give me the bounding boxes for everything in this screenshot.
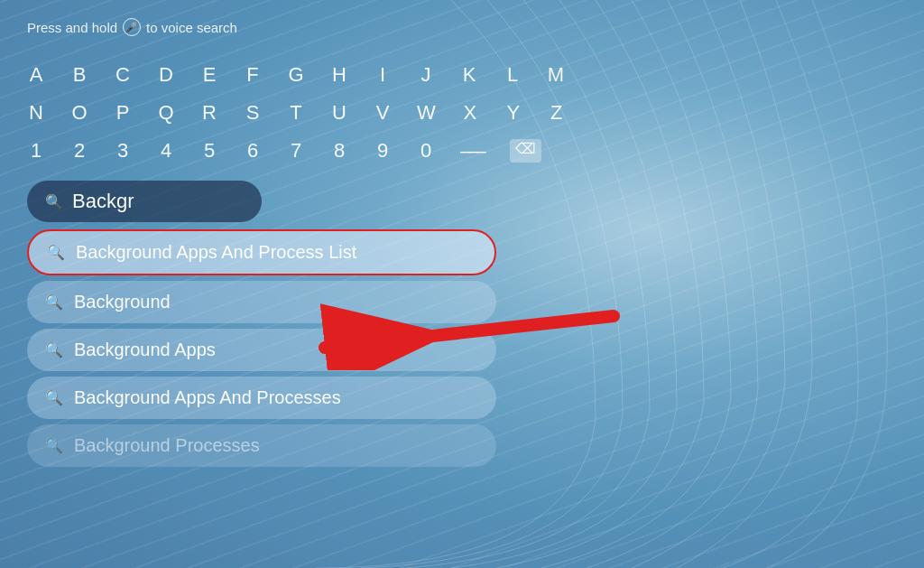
key-G[interactable]: G bbox=[287, 63, 305, 87]
key-Y[interactable]: Y bbox=[504, 101, 522, 125]
key-Q[interactable]: Q bbox=[157, 101, 175, 125]
key-J[interactable]: J bbox=[417, 63, 435, 87]
key-I[interactable]: I bbox=[374, 63, 392, 87]
voice-hint-bar: Press and hold 🎤 to voice search bbox=[27, 18, 897, 36]
suggestions-list: 🔍 Background Apps And Process List 🔍 Bac… bbox=[27, 229, 496, 472]
key-9[interactable]: 9 bbox=[374, 139, 392, 163]
voice-hint-text: Press and hold bbox=[27, 20, 117, 35]
search-icon: 🔍 bbox=[45, 389, 63, 406]
key-backspace[interactable]: ⌫ bbox=[510, 139, 541, 163]
key-L[interactable]: L bbox=[504, 63, 522, 87]
key-7[interactable]: 7 bbox=[287, 139, 305, 163]
suggestion-label: Background Processes bbox=[74, 435, 260, 456]
key-K[interactable]: K bbox=[460, 63, 478, 87]
key-T[interactable]: T bbox=[287, 101, 305, 125]
search-icon: 🔍 bbox=[45, 341, 63, 358]
key-6[interactable]: 6 bbox=[244, 139, 262, 163]
search-icon: 🔍 bbox=[45, 193, 63, 210]
key-F[interactable]: F bbox=[244, 63, 262, 87]
key-E[interactable]: E bbox=[200, 63, 218, 87]
search-input-text: Backgr bbox=[72, 190, 134, 213]
key-4[interactable]: 4 bbox=[157, 139, 175, 163]
key-M[interactable]: M bbox=[547, 63, 565, 87]
key-R[interactable]: R bbox=[200, 101, 218, 125]
key-5[interactable]: 5 bbox=[200, 139, 218, 163]
key-space[interactable]: ⎽⎽⎽ bbox=[460, 139, 485, 163]
key-A[interactable]: A bbox=[27, 63, 45, 87]
key-Z[interactable]: Z bbox=[548, 101, 566, 125]
voice-hint-suffix: to voice search bbox=[146, 20, 237, 35]
suggestion-label: Background bbox=[74, 292, 171, 312]
key-2[interactable]: 2 bbox=[70, 139, 88, 163]
key-W[interactable]: W bbox=[417, 101, 436, 125]
search-bar[interactable]: 🔍 Backgr bbox=[27, 181, 262, 222]
keyboard-row-2: N O P Q R S T U V W X Y Z bbox=[27, 101, 897, 125]
key-O[interactable]: O bbox=[70, 101, 88, 125]
key-V[interactable]: V bbox=[374, 101, 392, 125]
suggestion-item-background-apps-processes[interactable]: 🔍 Background Apps And Processes bbox=[27, 377, 496, 419]
on-screen-keyboard: A B C D E F G H I J K L M N O P Q R S T … bbox=[27, 63, 897, 163]
key-C[interactable]: C bbox=[114, 63, 132, 87]
search-icon: 🔍 bbox=[47, 244, 65, 261]
keyboard-row-3: 1 2 3 4 5 6 7 8 9 0 ⎽⎽⎽ ⌫ bbox=[27, 139, 897, 163]
suggestion-item-background-processes[interactable]: 🔍 Background Processes bbox=[27, 424, 496, 467]
key-1[interactable]: 1 bbox=[27, 139, 45, 163]
key-S[interactable]: S bbox=[244, 101, 262, 125]
suggestion-item-background-apps-process-list[interactable]: 🔍 Background Apps And Process List bbox=[27, 229, 496, 275]
search-icon: 🔍 bbox=[45, 437, 63, 454]
suggestion-label: Background Apps And Process List bbox=[76, 242, 356, 263]
key-X[interactable]: X bbox=[461, 101, 479, 125]
key-0[interactable]: 0 bbox=[417, 139, 435, 163]
key-D[interactable]: D bbox=[157, 63, 175, 87]
suggestion-label: Background Apps bbox=[74, 340, 216, 360]
suggestion-item-background-apps[interactable]: 🔍 Background Apps bbox=[27, 329, 496, 371]
key-3[interactable]: 3 bbox=[114, 139, 132, 163]
search-icon: 🔍 bbox=[45, 293, 63, 311]
key-U[interactable]: U bbox=[330, 101, 348, 125]
key-H[interactable]: H bbox=[330, 63, 348, 87]
keyboard-row-1: A B C D E F G H I J K L M bbox=[27, 63, 897, 87]
mic-circle-icon: 🎤 bbox=[123, 18, 141, 36]
key-P[interactable]: P bbox=[114, 101, 132, 125]
suggestion-label: Background Apps And Processes bbox=[74, 387, 341, 408]
suggestion-item-background[interactable]: 🔍 Background bbox=[27, 281, 496, 323]
key-8[interactable]: 8 bbox=[330, 139, 348, 163]
key-B[interactable]: B bbox=[70, 63, 88, 87]
key-N[interactable]: N bbox=[27, 101, 45, 125]
